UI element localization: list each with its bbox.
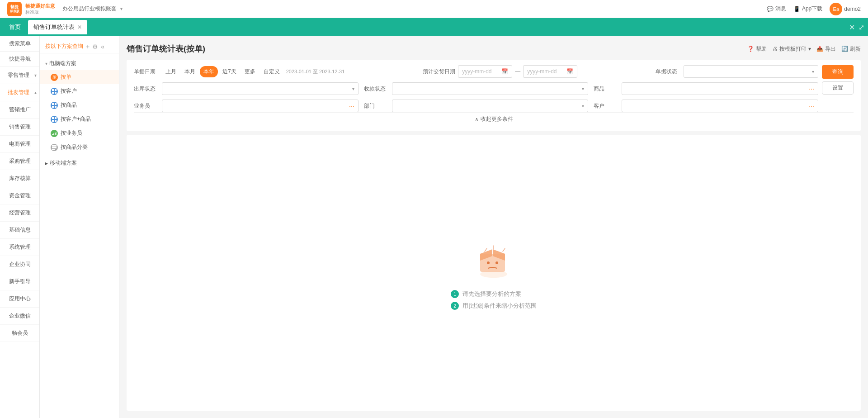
customer-input[interactable]: ··· [622, 100, 818, 112]
sidebar-item-retail[interactable]: 零售管理 ▾ [0, 67, 39, 84]
tip-1-num: 1 [451, 290, 459, 298]
tab-close-icon[interactable]: ✕ [77, 24, 82, 30]
refresh-icon: 🔄 [841, 46, 848, 52]
svg-rect-8 [52, 117, 54, 119]
sidebar-item-apps[interactable]: 应用中心 [0, 290, 39, 308]
scheme-item-by-order[interactable]: 按 按单 [40, 70, 119, 84]
sidebar-item-purchase[interactable]: 采购管理 [0, 153, 39, 170]
tab-sales-stats[interactable]: 销售订单统计表 ✕ [28, 20, 87, 34]
settings-button[interactable]: 设置 [822, 81, 854, 95]
svg-rect-7 [55, 106, 57, 108]
svg-rect-17 [52, 147, 57, 148]
expected-date-start[interactable]: yyyy-mm-dd 📅 [458, 65, 512, 78]
svg-rect-1 [55, 89, 57, 91]
more-btn[interactable]: 更多 [241, 66, 259, 77]
by-category-label: 按商品分类 [61, 143, 88, 151]
sidebar-item-basic[interactable]: 基础信息 [0, 222, 39, 239]
tab-bar: 首页 销售订单统计表 ✕ ✕ ⤢ [0, 18, 868, 36]
message-icon: 💬 [767, 6, 774, 12]
tab-home[interactable]: 首页 [4, 20, 26, 34]
sidebar-search[interactable]: 搜索菜单 [0, 36, 39, 52]
sidebar-item-newbie[interactable]: 新手引导 [0, 273, 39, 290]
collapse-panel-icon[interactable]: « [101, 43, 104, 50]
chevron-up-icon: ∧ [475, 116, 479, 123]
mobile-group-title[interactable]: ▸ 移动端方案 [40, 156, 119, 170]
export-icon: 📤 [816, 46, 823, 52]
message-button[interactable]: 💬 消息 [767, 5, 786, 13]
tab-close-window-icon[interactable]: ✕ [849, 23, 855, 32]
filter-row-2: 出库状态 ▾ 收款状态 ▾ [134, 82, 818, 95]
sidebar-item-member[interactable]: 畅会员 [0, 325, 39, 342]
sidebar-item-sales[interactable]: 销售管理 [0, 119, 39, 136]
page-header: 销售订单统计表(按单) ❓ 帮助 🖨 按模板打印 ▾ 📤 导出 [127, 43, 861, 54]
salesperson-input[interactable]: ··· [162, 100, 359, 112]
dropdown-arrow-icon[interactable]: ▾ [120, 6, 123, 11]
collapse-bar[interactable]: ∧ 收起更多条件 [134, 112, 854, 126]
this-month-btn[interactable]: 本月 [181, 66, 199, 77]
svg-rect-10 [52, 120, 54, 122]
scheme-item-by-category[interactable]: 按商品分类 [40, 140, 119, 154]
custom-btn[interactable]: 自定义 [260, 66, 283, 77]
scheme-item-by-customer-product[interactable]: 按客户+商品 [40, 112, 119, 126]
salesperson-dots-icon[interactable]: ··· [349, 102, 354, 109]
top-bar-left: 畅捷 标准版 畅捷通好生意 标准版 办公用品行业模拟账套 ▾ [7, 2, 123, 16]
sidebar-item-wholesale[interactable]: 批发管理 ▴ [0, 84, 39, 101]
svg-rect-2 [52, 92, 54, 94]
by-customer-label: 按客户 [61, 87, 77, 95]
expected-date-end[interactable]: yyyy-mm-dd 📅 [523, 65, 577, 78]
by-category-icon [51, 144, 58, 151]
settings-scheme-icon[interactable]: ⚙ [92, 43, 98, 50]
sidebar-item-marketing[interactable]: 营销推广 [0, 101, 39, 119]
filter-main: 单据日期 上月 本月 本年 近7天 更多 自定义 2023-01-01 至 20… [134, 65, 854, 112]
filter-row-3: 业务员 ··· 部门 ▾ [134, 100, 818, 112]
tab-restore-icon[interactable]: ⤢ [859, 23, 864, 32]
left-panel: 按以下方案查询 + ⚙ « ▾ 电脑端方案 按 按单 按客户 [40, 36, 119, 418]
add-scheme-icon[interactable]: + [86, 43, 90, 50]
app-download-label: App下载 [802, 5, 822, 13]
last-month-btn[interactable]: 上月 [162, 66, 180, 77]
product-dots-icon[interactable]: ··· [809, 85, 814, 92]
dropdown-title[interactable]: 办公用品行业模拟账套 [62, 5, 117, 13]
sidebar-item-inventory[interactable]: 库存核算 [0, 170, 39, 187]
pc-scheme-group: ▾ 电脑端方案 按 按单 按客户 按商品 [40, 55, 119, 156]
sidebar-item-system[interactable]: 系统管理 [0, 239, 39, 256]
pc-group-title[interactable]: ▾ 电脑端方案 [40, 57, 119, 70]
help-button[interactable]: ❓ 帮助 [747, 45, 767, 53]
sidebar-item-collab[interactable]: 企业协同 [0, 256, 39, 273]
date-range-text: 2023-01-01 至 2023-12-31 [286, 68, 345, 75]
export-button[interactable]: 📤 导出 [816, 45, 836, 53]
sidebar-item-operations[interactable]: 经营管理 [0, 204, 39, 222]
svg-rect-5 [55, 103, 57, 105]
left-panel-header: 按以下方案查询 + ⚙ « [40, 40, 119, 53]
customer-dots-icon[interactable]: ··· [809, 102, 814, 109]
svg-point-22 [495, 261, 498, 264]
avatar-text: Ea [833, 6, 839, 12]
sidebar-item-wechat[interactable]: 企业微信 [0, 308, 39, 325]
template-print-button[interactable]: 🖨 按模板打印 ▾ [772, 45, 811, 53]
refresh-button[interactable]: 🔄 刷新 [841, 45, 861, 53]
app-download-button[interactable]: 📱 App下载 [793, 5, 822, 13]
query-button[interactable]: 查询 [822, 65, 854, 79]
tab-bar-actions: ✕ ⤢ [849, 23, 864, 32]
payment-select[interactable]: ▾ [392, 82, 589, 95]
top-bar-right: 💬 消息 📱 App下载 Ea demo2 [767, 3, 861, 15]
user-area[interactable]: Ea demo2 [830, 3, 861, 15]
scheme-item-by-customer[interactable]: 按客户 [40, 84, 119, 98]
scheme-item-by-salesperson[interactable]: 按业务员 [40, 126, 119, 140]
calendar-end-icon: 📅 [566, 68, 573, 75]
right-panel: 销售订单统计表(按单) ❓ 帮助 🖨 按模板打印 ▾ 📤 导出 [119, 36, 868, 418]
download-icon: 📱 [793, 6, 800, 12]
last-7-days-btn[interactable]: 近7天 [219, 66, 240, 77]
this-year-btn[interactable]: 本年 [200, 66, 218, 77]
sidebar-item-ecom[interactable]: 电商管理 [0, 136, 39, 153]
sidebar-nav[interactable]: 快捷导航 [0, 52, 39, 67]
help-icon: ❓ [747, 46, 754, 52]
department-select[interactable]: ▾ [392, 100, 589, 112]
pc-group-arrow-icon: ▾ [45, 61, 47, 66]
outbound-select[interactable]: ▾ [162, 82, 359, 95]
sidebar-item-finance[interactable]: 资金管理 [0, 187, 39, 204]
scheme-item-by-product[interactable]: 按商品 [40, 98, 119, 112]
status-select[interactable]: ▾ [684, 65, 818, 78]
product-input[interactable]: ··· [622, 82, 818, 95]
filter-area: 单据日期 上月 本月 本年 近7天 更多 自定义 2023-01-01 至 20… [127, 60, 861, 131]
